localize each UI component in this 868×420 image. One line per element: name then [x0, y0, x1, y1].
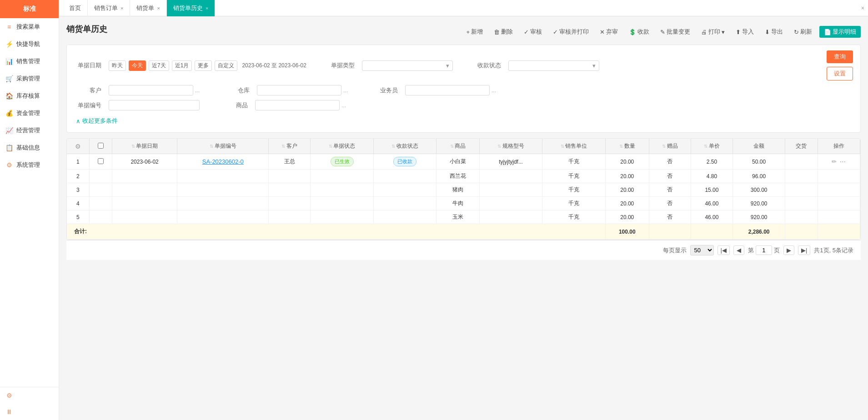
th-qty[interactable]: 数量 [605, 139, 649, 154]
select-all-checkbox[interactable] [98, 143, 104, 149]
customer-input[interactable] [109, 85, 193, 95]
batch-change-button[interactable]: ✎ 批量变更 [657, 26, 694, 38]
th-checkbox[interactable] [89, 139, 112, 154]
row-unit-1: 千克 [542, 154, 605, 170]
gear-icon[interactable]: ⚙ [75, 143, 81, 150]
tab-sales-delivery[interactable]: 销货单 × [130, 0, 166, 16]
new-button[interactable]: + 新增 [462, 26, 487, 38]
tab-sales-delivery-close[interactable]: × [157, 5, 160, 11]
sidebar-bottom: ⚙ ⏸ [0, 387, 59, 420]
inventory-icon: 🏠 [5, 92, 13, 100]
row-check-3[interactable] [89, 183, 112, 197]
tab-home[interactable]: 首页 [63, 0, 88, 16]
th-collect-status[interactable]: 收款状态 [373, 139, 436, 154]
collect-status-select-wrapper [508, 60, 599, 71]
row-goods-1: 小白菜 [437, 154, 480, 170]
date-btn-custom[interactable]: 自定义 [215, 60, 237, 71]
quick-nav-icon: ⚡ [5, 40, 13, 48]
row-check-4[interactable] [89, 197, 112, 210]
row-checkbox-1[interactable] [98, 158, 104, 164]
sidebar-item-ops-mgmt[interactable]: 📈 经营管理 [0, 122, 59, 139]
th-gift[interactable]: 赠品 [649, 139, 691, 154]
th-goods[interactable]: 商品 [437, 139, 480, 154]
th-spec[interactable]: 规格型号 [479, 139, 542, 154]
th-price[interactable]: 单价 [691, 139, 733, 154]
main-content: 首页 销售订单 × 销货单 × 销货单历史 × × 销货单历史 + 新增 [59, 0, 868, 420]
query-button[interactable]: 查询 [827, 50, 853, 63]
row-check-2[interactable] [89, 170, 112, 183]
sidebar-item-basic-info[interactable]: 📋 基础信息 [0, 139, 59, 156]
warehouse-input[interactable] [257, 85, 341, 95]
doc-no-label: 单据编号 [74, 101, 101, 110]
next-page-button[interactable]: ▶ [783, 245, 794, 255]
delete-button[interactable]: 🗑 删除 [490, 26, 517, 38]
row-more-icon-1[interactable]: ⋯ [840, 158, 846, 165]
doc-no-link-1[interactable]: SA-20230602-0 [202, 158, 244, 165]
customer-ellipsis[interactable]: ... [193, 87, 201, 94]
abandon-button[interactable]: ✕ 弃审 [596, 26, 622, 38]
goods-ellipsis[interactable]: ... [340, 102, 348, 109]
row-goods-4: 牛肉 [437, 197, 480, 210]
date-btn-1month[interactable]: 近1月 [172, 60, 192, 71]
tab-sales-history[interactable]: 销货单历史 × [167, 0, 215, 16]
prev-page-button[interactable]: ◀ [733, 245, 744, 255]
sidebar-item-sales-mgmt[interactable]: 📊 销售管理 [0, 53, 59, 70]
tab-sales-order-close[interactable]: × [120, 5, 123, 11]
summary-total-qty: 100.00 [605, 224, 649, 240]
salesperson-ellipsis[interactable]: ... [490, 87, 498, 94]
filter-row-1: 单据日期 昨天 今天 近7天 近1月 更多 自定义 2023-06-02 至 2… [74, 50, 853, 80]
audit-button[interactable]: ✓ 审核 [520, 26, 546, 38]
table-row: 3 猪肉 千克 20.00 否 15.00 300.00 [67, 183, 860, 197]
date-btn-yesterday[interactable]: 昨天 [109, 60, 126, 71]
row-action-5 [818, 210, 860, 224]
th-gear[interactable]: ⚙ [67, 139, 89, 154]
tabs-end-close[interactable]: × [861, 5, 864, 11]
goods-input[interactable] [255, 100, 340, 110]
th-doc-status[interactable]: 单据状态 [311, 139, 373, 154]
date-btn-today[interactable]: 今天 [129, 60, 146, 71]
sidebar-item-finance-mgmt[interactable]: 💰 资金管理 [0, 105, 59, 122]
tab-sales-history-close[interactable]: × [206, 5, 208, 11]
show-detail-button[interactable]: 📄 显示明细 [819, 26, 861, 38]
import-button[interactable]: ⬆ 导入 [732, 26, 758, 38]
date-btn-7days[interactable]: 近7天 [149, 60, 169, 71]
print-button[interactable]: 🖨 打印 ▾ [697, 26, 728, 38]
tab-sales-order[interactable]: 销售订单 × [88, 0, 130, 16]
per-page-select[interactable]: 50 100 200 [690, 245, 714, 255]
page-number-input[interactable] [756, 245, 772, 255]
collect-status-select[interactable] [508, 60, 599, 71]
sidebar-item-inventory[interactable]: 🏠 库存核算 [0, 87, 59, 105]
refresh-icon: ↻ [794, 29, 799, 35]
row-price-2: 4.80 [691, 170, 733, 183]
last-page-button[interactable]: ▶| [798, 245, 810, 255]
sidebar-item-system-mgmt[interactable]: ⚙ 系统管理 [0, 156, 59, 174]
doc-type-select[interactable] [362, 60, 453, 71]
collapse-button[interactable]: ∧ 收起更多条件 [74, 115, 853, 127]
sidebar-settings-bottom[interactable]: ⚙ [0, 387, 59, 404]
row-doc-no-1[interactable]: SA-20230602-0 [177, 154, 269, 170]
setup-button[interactable]: 设置 [827, 67, 853, 80]
th-customer[interactable]: 客户 [269, 139, 311, 154]
sidebar-item-quick-nav[interactable]: ⚡ 快捷导航 [0, 35, 59, 53]
sidebar-item-search-menu[interactable]: ≡ 搜索菜单 [0, 18, 59, 35]
sidebar-item-purchase-mgmt[interactable]: 🛒 采购管理 [0, 70, 59, 87]
th-unit[interactable]: 销售单位 [542, 139, 605, 154]
salesperson-input[interactable] [405, 85, 490, 95]
export-button[interactable]: ⬇ 导出 [761, 26, 787, 38]
page-content-area: 销货单历史 + 新增 🗑 删除 ✓ 审核 ✓ 审核并打印 [59, 16, 868, 420]
th-doc-date[interactable]: 单据日期 [112, 139, 177, 154]
audit-print-button[interactable]: ✓ 审核并打印 [549, 26, 592, 38]
sidebar-pause-bottom[interactable]: ⏸ [0, 404, 59, 420]
th-doc-no[interactable]: 单据编号 [177, 139, 269, 154]
first-page-button[interactable]: |◀ [717, 245, 730, 255]
row-doc-no-5 [177, 210, 269, 224]
collect-button[interactable]: 💲 收款 [625, 26, 653, 38]
row-check-1[interactable] [89, 154, 112, 170]
date-btn-more[interactable]: 更多 [195, 60, 212, 71]
row-check-5[interactable] [89, 210, 112, 224]
row-edit-icon-1[interactable]: ✏ [832, 158, 837, 165]
warehouse-ellipsis[interactable]: ... [341, 87, 350, 94]
row-doc-no-3 [177, 183, 269, 197]
refresh-button[interactable]: ↻ 刷新 [790, 26, 816, 38]
doc-no-input[interactable] [109, 100, 200, 110]
